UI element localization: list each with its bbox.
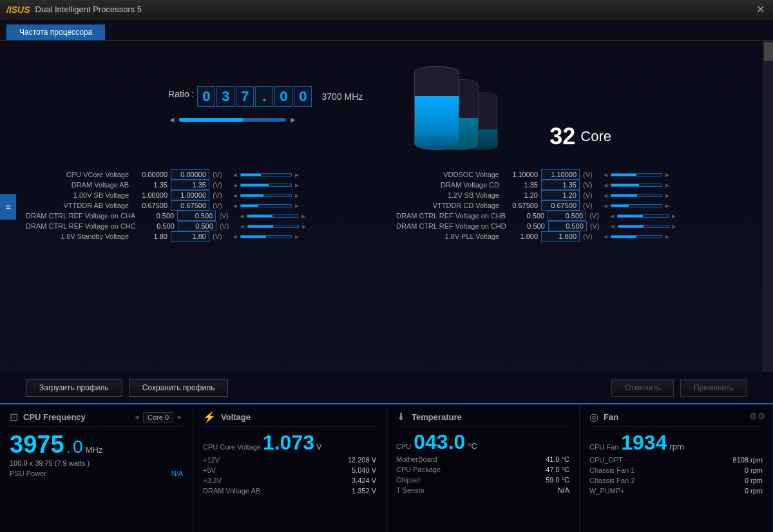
v-slider-left-1[interactable]: ◄ [232, 182, 238, 189]
fan-gear-icon[interactable]: ⚙⚙ [749, 411, 766, 421]
ratio-digit-3: 0 [274, 86, 292, 107]
v-val2-1: 1.35 [171, 180, 209, 190]
v-slider-3[interactable]: ◄ ► [232, 202, 300, 209]
slider-track[interactable] [179, 118, 286, 122]
vr-slider-left-5[interactable]: ◄ [609, 223, 616, 230]
main-content: Ratio : 0 3 7 . 0 0 3700 MHz ◄ [0, 41, 773, 372]
vr-slider-0[interactable]: ◄ ► [602, 171, 671, 178]
v-slider-left-5[interactable]: ◄ [239, 223, 245, 230]
v-track-6[interactable] [240, 235, 292, 238]
vr-slider-right-5[interactable]: ► [671, 223, 678, 230]
v-slider-left-0[interactable]: ◄ [232, 171, 238, 178]
vr-slider-2[interactable]: ◄ ► [602, 192, 671, 199]
vr-track-4[interactable] [617, 214, 669, 218]
scrollbar[interactable] [763, 41, 773, 372]
vr-track-2[interactable] [611, 194, 662, 197]
cpu-freq-next[interactable]: ► [177, 413, 183, 421]
cpu-freq-header: ⊡ CPU Frequency ◄ Core 0 ► [10, 411, 183, 427]
vr-slider-right-2[interactable]: ► [664, 192, 671, 199]
vr-slider-left-6[interactable]: ◄ [602, 233, 609, 240]
v-slider-left-6[interactable]: ◄ [232, 233, 238, 240]
vr-slider-right-0[interactable]: ► [664, 171, 671, 178]
vr-slider-right-4[interactable]: ► [671, 213, 677, 220]
vr-slider-left-1[interactable]: ◄ [602, 182, 609, 189]
vr-slider-1[interactable]: ◄ ► [602, 182, 671, 189]
vr-track-0[interactable] [611, 173, 662, 176]
vr-val2-0: 1.10000 [541, 169, 580, 180]
ratio-mhz: 3700 MHz [321, 91, 363, 102]
cpu-freq-decimal: 0 [73, 437, 83, 457]
v-slider-4[interactable]: ◄ ► [238, 213, 307, 220]
v-unit-5: (V) [220, 222, 236, 230]
vr-slider-6[interactable]: ◄ ► [602, 233, 671, 240]
vr-slider-left-0[interactable]: ◄ [602, 171, 609, 178]
v-track-5[interactable] [247, 225, 299, 228]
vr-slider-left-2[interactable]: ◄ [602, 192, 609, 199]
v-slider-left-4[interactable]: ◄ [238, 213, 245, 220]
vr-slider-right-6[interactable]: ► [664, 233, 671, 240]
voltage-row-r2: 1.2V SB Voltage 1.20 1.20 (V) ◄ ► [396, 190, 754, 200]
vr-slider-right-3[interactable]: ► [664, 202, 671, 209]
scrollbar-thumb[interactable] [764, 42, 773, 61]
v-val1-0: 0.00000 [132, 171, 167, 178]
vr-slider-3[interactable]: ◄ ► [602, 202, 671, 209]
vr-slider-5[interactable]: ◄ ► [609, 223, 678, 230]
v-slider-right-4[interactable]: ► [300, 213, 307, 220]
temperature-panel: 🌡 Temperature CPU 043.0 °C MotherBoard 4… [386, 404, 580, 532]
v-slider-0[interactable]: ◄ ► [232, 171, 300, 178]
cpu-freq-prev[interactable]: ◄ [133, 413, 140, 421]
v-slider-right-0[interactable]: ► [294, 171, 300, 178]
ratio-digit-2: 7 [236, 86, 254, 107]
vr-track-1[interactable] [611, 184, 662, 187]
sidebar-toggle[interactable]: ≡ [0, 194, 16, 220]
core-text: Core [580, 128, 611, 145]
v-slider-right-1[interactable]: ► [294, 182, 300, 189]
v-3v3-row: +3.3V 3.424 V [203, 477, 376, 484]
load-profile-button[interactable]: Загрузить профиль [26, 379, 122, 397]
v-slider-right-2[interactable]: ► [294, 192, 300, 199]
psu-label: PSU Power [10, 470, 46, 477]
slider-left-arrow[interactable]: ◄ [168, 115, 176, 124]
v-track-3[interactable] [240, 204, 292, 207]
vr-slider-right-1[interactable]: ► [664, 182, 671, 189]
v-slider-right-5[interactable]: ► [301, 223, 307, 230]
v-label-5: DRAM CTRL REF Voltage on CHC [26, 222, 136, 230]
vr-val2-2: 1.20 [541, 190, 580, 200]
vr-slider-left-3[interactable]: ◄ [602, 202, 609, 209]
vr-val1-4: 0.500 [509, 212, 544, 220]
v-slider-1[interactable]: ◄ ► [232, 182, 300, 189]
ratio-slider[interactable]: ◄ ► [168, 115, 297, 124]
save-profile-button[interactable]: Сохранить профиль [129, 379, 229, 397]
v-track-2[interactable] [240, 194, 292, 197]
cpu-temp-value: 043.0 [414, 432, 465, 452]
core-label-container: 32 Core [530, 123, 611, 150]
v-slider-2[interactable]: ◄ ► [232, 192, 300, 199]
voltage-row-r6: 1.8V PLL Voltage 1.800 1.800 (V) ◄ ► [396, 231, 754, 242]
wpump-row: W_PUMP+ 0 rpm [589, 487, 763, 495]
vr-track-3[interactable] [611, 204, 662, 207]
v-track-4[interactable] [247, 214, 298, 218]
v-label-2: 1.00V SB Voltage [26, 191, 129, 199]
cancel-button: Отменить [611, 379, 674, 397]
vr-slider-4[interactable]: ◄ ► [609, 213, 677, 220]
v-slider-left-3[interactable]: ◄ [232, 202, 238, 209]
voltage-row-6: 1.8V Standby Voltage 1.80 1.80 (V) ◄ ► [26, 231, 383, 242]
vr-track-5[interactable] [618, 225, 669, 228]
vr-val1-2: 1.20 [502, 191, 538, 199]
vr-label-4: DRAM CTRL REF Voltage on CHB [396, 212, 506, 220]
vr-val2-3: 0.67500 [541, 200, 580, 211]
close-button[interactable]: ✕ [754, 3, 767, 15]
tab-cpu-frequency[interactable]: Частота процессора [6, 24, 105, 40]
v-slider-5[interactable]: ◄ ► [239, 223, 307, 230]
vr-slider-left-4[interactable]: ◄ [609, 213, 615, 220]
v-slider-right-3[interactable]: ► [294, 202, 300, 209]
slider-right-arrow[interactable]: ► [289, 115, 297, 124]
v-slider-6[interactable]: ◄ ► [232, 233, 300, 240]
v-slider-left-2[interactable]: ◄ [232, 192, 238, 199]
v-track-0[interactable] [240, 173, 292, 176]
cpu-opt-row: CPU_OPT 8108 rpm [589, 456, 763, 464]
v-slider-right-6[interactable]: ► [294, 233, 300, 240]
vr-track-6[interactable] [611, 235, 662, 238]
ratio-digits: 0 3 7 . 0 0 [197, 86, 312, 107]
v-track-1[interactable] [240, 184, 292, 187]
